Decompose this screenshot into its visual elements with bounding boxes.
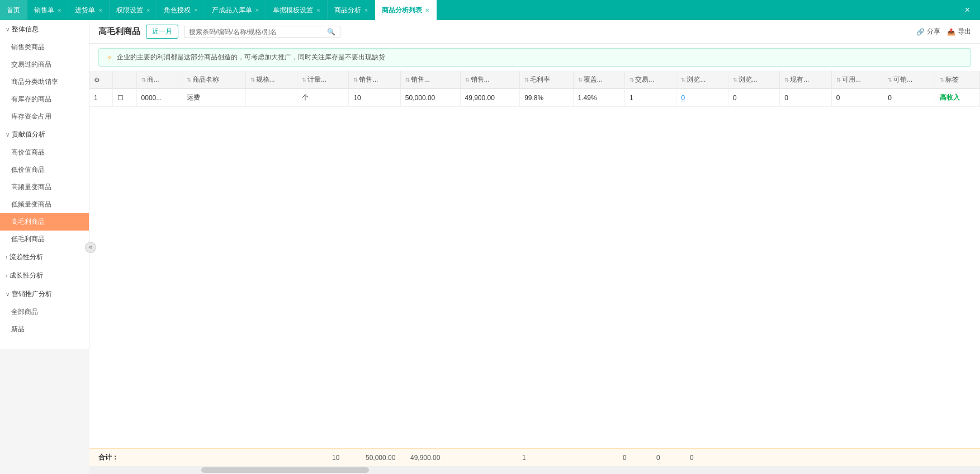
sort-icon: ⇅ bbox=[524, 77, 529, 83]
header-actions: 🔗 分享 📤 导出 bbox=[916, 27, 971, 36]
table-body: 1☐0000...运费个1050,000.0049,900.0099.8%1.4… bbox=[89, 89, 980, 107]
th-sales-cost[interactable]: ⇅销售... bbox=[460, 71, 520, 89]
sidebar-group-marketing-analysis[interactable]: ∨营销推广分析 bbox=[0, 285, 89, 303]
sidebar-item-high-freq-goods[interactable]: 高频量变商品 bbox=[0, 179, 89, 196]
nav-tab-home[interactable]: 首页 bbox=[0, 0, 27, 20]
sidebar-item-all-goods[interactable]: 全部商品 bbox=[0, 303, 89, 321]
cell-unit: 个 bbox=[297, 89, 348, 107]
nav-tab-sales[interactable]: 销售单× bbox=[27, 0, 68, 20]
th-trade[interactable]: ⇅交易... bbox=[625, 71, 676, 89]
arrow-icon: ∨ bbox=[6, 291, 10, 297]
nav-tab-close-purchase[interactable]: × bbox=[98, 7, 102, 13]
sidebar-item-low-freq-goods[interactable]: 低频量变商品 bbox=[0, 196, 89, 213]
nav-tab-product-analysis-list[interactable]: 商品分析列表× bbox=[375, 0, 436, 20]
filter-recent-month-button[interactable]: 近一月 bbox=[146, 25, 178, 39]
footer-cell-15: 0 bbox=[652, 454, 685, 462]
sidebar-item-low-value-goods[interactable]: 低价值商品 bbox=[0, 161, 89, 179]
arrow-icon: ∨ bbox=[6, 26, 10, 32]
content-area: 高毛利商品 近一月 🔍 🔗 分享 📤 导出 ✧ 企业的主要的利润都是这部分商品创… bbox=[89, 20, 980, 474]
sort-icon: ⇅ bbox=[250, 77, 255, 83]
th-saleable[interactable]: ⇅可销... bbox=[883, 71, 935, 89]
sidebar-item-inventory-goods[interactable]: 有库存的商品 bbox=[0, 91, 89, 108]
sort-icon: ⇅ bbox=[187, 77, 191, 83]
sidebar-group-wealth-analysis[interactable]: ∨贡献值分析 bbox=[0, 125, 89, 144]
search-input[interactable] bbox=[189, 28, 324, 36]
sort-icon: ⇅ bbox=[836, 77, 841, 83]
sidebar-group-label: 贡献值分析 bbox=[12, 130, 45, 139]
th-sales-qty[interactable]: ⇅销售... bbox=[349, 71, 400, 89]
sidebar-item-goods-analysis[interactable]: 商品分类助销率 bbox=[0, 73, 89, 91]
scrollbar-thumb[interactable] bbox=[201, 467, 369, 473]
sidebar-item-low-margin-goods[interactable]: 低毛利商品 bbox=[0, 231, 89, 248]
th-current[interactable]: ⇅现有... bbox=[780, 71, 831, 89]
nav-tab-close-product-entry[interactable]: × bbox=[255, 7, 259, 13]
footer-cell-14: 0 bbox=[618, 454, 652, 462]
sidebar-group-growth-analysis[interactable]: ›成长性分析 bbox=[0, 266, 89, 285]
th-name[interactable]: ⇅商品名称 bbox=[182, 71, 245, 89]
sidebar-item-inventory-funds[interactable]: 库存资金占用 bbox=[0, 108, 89, 125]
export-button[interactable]: 📤 导出 bbox=[947, 27, 971, 36]
table-header-row: ⚙⇅商...⇅商品名称⇅规格...⇅计量...⇅销售...⇅销售...⇅销售..… bbox=[89, 71, 980, 89]
sidebar-group-label: 整体信息 bbox=[12, 25, 39, 34]
sidebar-item-new-goods[interactable]: 新品 bbox=[0, 321, 89, 338]
sidebar-collapse-button[interactable]: « bbox=[85, 242, 96, 253]
sort-icon: ⇅ bbox=[353, 77, 358, 83]
cell-browse1: 0 bbox=[676, 89, 728, 107]
th-spec[interactable]: ⇅规格... bbox=[245, 71, 297, 89]
sort-icon: ⇅ bbox=[940, 77, 944, 83]
table-wrapper[interactable]: ⚙⇅商...⇅商品名称⇅规格...⇅计量...⇅销售...⇅销售...⇅销售..… bbox=[89, 71, 980, 448]
arrow-icon: › bbox=[6, 254, 7, 260]
sort-icon: ⇅ bbox=[405, 77, 410, 83]
content-header: 高毛利商品 近一月 🔍 🔗 分享 📤 导出 bbox=[89, 20, 980, 44]
nav-tab-product-analysis[interactable]: 商品分析× bbox=[328, 0, 375, 20]
nav-tab-purchase[interactable]: 进货单× bbox=[68, 0, 109, 20]
window-close-button[interactable]: × bbox=[960, 5, 974, 15]
nav-tab-close-role-permission[interactable]: × bbox=[194, 7, 197, 13]
search-box[interactable]: 🔍 bbox=[184, 26, 340, 38]
th-coverage[interactable]: ⇅覆盖... bbox=[573, 71, 624, 89]
th-code[interactable]: ⇅商... bbox=[136, 71, 182, 89]
th-sales-amount[interactable]: ⇅销售... bbox=[400, 71, 460, 89]
nav-tab-close-template-settings[interactable]: × bbox=[316, 7, 320, 13]
sort-icon: ⇅ bbox=[141, 77, 146, 83]
sort-icon: ⇅ bbox=[733, 77, 737, 83]
data-table: ⚙⇅商...⇅商品名称⇅规格...⇅计量...⇅销售...⇅销售...⇅销售..… bbox=[89, 71, 980, 107]
th-margin-rate[interactable]: ⇅毛利率 bbox=[520, 71, 573, 89]
cell-browse1-link[interactable]: 0 bbox=[681, 94, 685, 102]
nav-tab-close-sales[interactable]: × bbox=[58, 7, 61, 13]
cell-code: 0000... bbox=[136, 89, 182, 107]
footer-cell-6: 10 bbox=[328, 454, 361, 462]
th-tag[interactable]: ⇅标签 bbox=[935, 71, 979, 89]
nav-tab-role-permission[interactable]: 角色授权× bbox=[157, 0, 205, 20]
sort-icon: ⇅ bbox=[681, 77, 685, 83]
th-browse2[interactable]: ⇅浏览... bbox=[728, 71, 779, 89]
sidebar-item-high-value-goods[interactable]: 高价值商品 bbox=[0, 144, 89, 161]
horizontal-scrollbar[interactable] bbox=[89, 466, 980, 474]
th-browse1[interactable]: ⇅浏览... bbox=[676, 71, 728, 89]
sidebar-item-sales-goods[interactable]: 销售类商品 bbox=[0, 39, 89, 56]
share-button[interactable]: 🔗 分享 bbox=[916, 27, 940, 36]
nav-tab-close-product-analysis[interactable]: × bbox=[364, 7, 368, 13]
search-icon[interactable]: 🔍 bbox=[327, 28, 335, 36]
cell-coverage: 1.49% bbox=[573, 89, 624, 107]
cell-checkbox[interactable]: ☐ bbox=[113, 89, 136, 107]
nav-tab-permission-settings[interactable]: 权限设置× bbox=[110, 0, 157, 20]
nav-tab-template-settings[interactable]: 单据模板设置× bbox=[266, 0, 327, 20]
arrow-icon: › bbox=[6, 273, 7, 279]
cell-available: 0 bbox=[831, 89, 883, 107]
th-unit[interactable]: ⇅计量... bbox=[297, 71, 348, 89]
th-available[interactable]: ⇅可用... bbox=[831, 71, 883, 89]
sidebar-item-traded-goods[interactable]: 交易过的商品 bbox=[0, 56, 89, 73]
sidebar-item-high-margin-goods[interactable]: 高毛利商品 bbox=[0, 213, 89, 231]
tip-bar: ✧ 企业的主要的利润都是这部分商品创造的，可考虑加大推广，同时关注库存是不要出现… bbox=[98, 48, 971, 67]
sidebar-group-trend-analysis[interactable]: ›流趋性分析 bbox=[0, 248, 89, 266]
sort-icon: ⇅ bbox=[578, 77, 583, 83]
nav-tab-close-product-analysis-list[interactable]: × bbox=[425, 7, 429, 13]
nav-tab-product-entry[interactable]: 产成品入库单× bbox=[205, 0, 266, 20]
sidebar-group-overall-info[interactable]: ∨整体信息 bbox=[0, 20, 89, 39]
nav-tab-close-permission-settings[interactable]: × bbox=[146, 7, 150, 13]
table-row: 1☐0000...运费个1050,000.0049,900.0099.8%1.4… bbox=[89, 89, 980, 107]
cell-tag: 高收入 bbox=[935, 89, 979, 107]
cell-sales-amount: 50,000.00 bbox=[400, 89, 460, 107]
cell-trade: 1 bbox=[625, 89, 676, 107]
